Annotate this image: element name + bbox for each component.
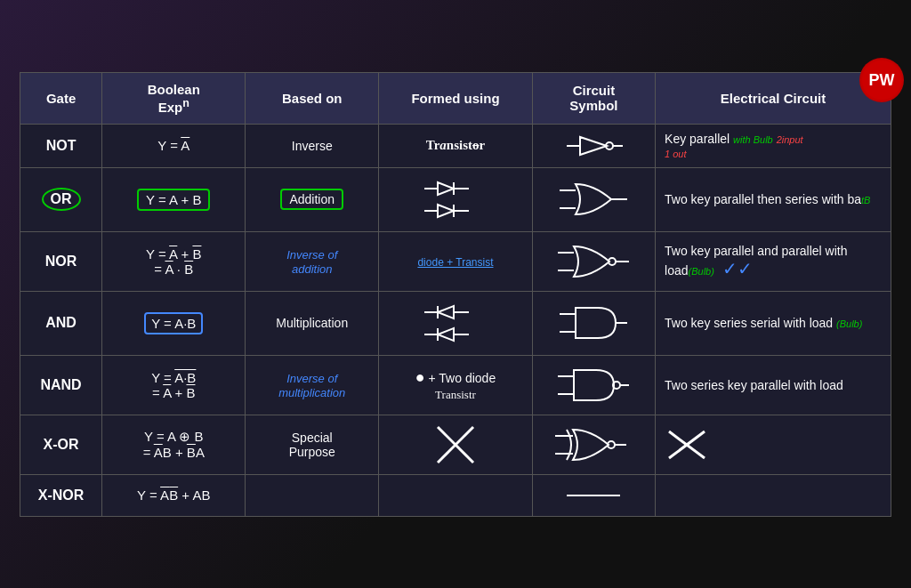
or-circle-label: OR: [42, 188, 81, 211]
based-not: Inverse: [246, 124, 379, 167]
circuit-xor: [532, 415, 655, 474]
transistor-label: Transistor: [426, 138, 485, 152]
pw-logo: PW: [859, 58, 904, 102]
elec-xnor: [656, 474, 891, 516]
nand-gate-symbol: [556, 363, 632, 407]
row-and: AND Y = A·B Multiplication: [20, 291, 891, 355]
formed-not: Transistor: [379, 124, 533, 167]
and-bool-box: Y = A·B: [144, 312, 203, 334]
svg-marker-5: [438, 182, 454, 195]
gate-nand: NAND: [20, 355, 102, 415]
nand-based-text: Inverse ofmultiplication: [278, 372, 345, 399]
gate-xnor: X-NOR: [20, 474, 102, 516]
formed-xnor: [379, 474, 533, 516]
circuit-nor: [532, 231, 655, 291]
bool-nor: Y = A + B = A · B: [102, 231, 246, 291]
row-or: OR Y = A + B Addition: [20, 167, 891, 231]
xor-gate-symbol: [553, 423, 633, 467]
gate-not: NOT: [20, 124, 102, 167]
main-table-container: Gate BooleanExpn Based on Formed using C…: [20, 72, 891, 517]
xor-elec-symbol: [665, 427, 709, 463]
or-bool-box: Y = A + B: [137, 189, 210, 211]
formed-nand: ● + Two diode Transistr: [379, 355, 533, 415]
logic-gates-table: Gate BooleanExpn Based on Formed using C…: [20, 72, 891, 517]
circuit-nand: [532, 355, 655, 415]
bool-or: Y = A + B: [102, 167, 246, 231]
bool-nand: Y = A·B = A + B: [102, 355, 246, 415]
bool-not: Y = A: [102, 124, 246, 167]
row-nor: NOR Y = A + B = A · B Inverse ofaddition…: [20, 231, 891, 291]
and-gate-symbol: [558, 301, 629, 345]
circuit-or: [532, 167, 655, 231]
gate-or: OR: [20, 167, 102, 231]
svg-marker-9: [438, 205, 454, 217]
elec-and: Two key series serial with load (Bulb): [656, 291, 891, 355]
formed-and: [379, 291, 533, 355]
row-xor: X-OR Y = A ⊕ B = AB + BA SpecialPurpose: [20, 415, 891, 474]
based-or: Addition: [246, 167, 379, 231]
gate-and: AND: [20, 291, 102, 355]
circuit-not: [532, 124, 655, 167]
svg-marker-1: [580, 137, 607, 155]
col-electrical: Electrical Circuit: [656, 72, 891, 124]
based-xnor: [246, 474, 379, 516]
based-xor: SpecialPurpose: [246, 415, 379, 474]
elec-nand: Two series key parallel with load: [656, 355, 891, 415]
formed-xor: [379, 415, 533, 474]
bool-and: Y = A·B: [102, 291, 246, 355]
col-formed-using: Formed using: [379, 72, 533, 124]
and-formed-symbol: [420, 299, 491, 348]
based-nand: Inverse ofmultiplication: [246, 355, 379, 415]
xnor-circuit-symbol: [562, 482, 625, 509]
based-and: Multiplication: [246, 291, 379, 355]
col-boolean: BooleanExpn: [102, 72, 246, 124]
col-circuit-symbol: CircuitSymbol: [532, 72, 655, 124]
elec-xor: [656, 415, 891, 474]
elec-not: Key parallel with Bulb 2input1 out: [656, 124, 891, 167]
formed-nor: diode + Transist: [379, 231, 533, 291]
formed-or: [379, 167, 533, 231]
based-nor: Inverse ofaddition: [246, 231, 379, 291]
bool-xor: Y = A ⊕ B = AB + BA: [102, 415, 246, 474]
elec-nor: Two key parallel and parallel with load(…: [656, 231, 891, 291]
not-symbol: [562, 133, 625, 159]
circuit-and: [532, 291, 655, 355]
or-formed-symbol: [420, 175, 491, 224]
xor-formed-symbol: [433, 423, 478, 467]
nor-gate-symbol: [556, 239, 632, 284]
col-gate: Gate: [20, 72, 102, 124]
row-xnor: X-NOR Y = AB + AB: [20, 474, 891, 516]
bool-xnor: Y = AB + AB: [102, 474, 246, 516]
screen: PW Gate BooleanExpn Based on Formed usin…: [0, 0, 911, 588]
gate-xor: X-OR: [20, 415, 102, 474]
row-nand: NAND Y = A·B = A + B Inverse ofmultiplic…: [20, 355, 891, 415]
svg-marker-24: [438, 328, 454, 341]
circuit-xnor: [532, 474, 655, 516]
diode-transistor-text: diode + Transist: [417, 256, 493, 269]
nor-based-text: Inverse ofaddition: [286, 248, 337, 276]
or-gate-symbol: [558, 177, 629, 222]
addition-box: Addition: [280, 189, 343, 210]
elec-or: Two key parallel then series with batB: [656, 167, 891, 231]
svg-marker-20: [438, 306, 454, 318]
gate-nor: NOR: [20, 231, 102, 291]
col-based-on: Based on: [246, 72, 379, 124]
row-not: NOT Y = A Inverse Transistor: [20, 124, 891, 167]
